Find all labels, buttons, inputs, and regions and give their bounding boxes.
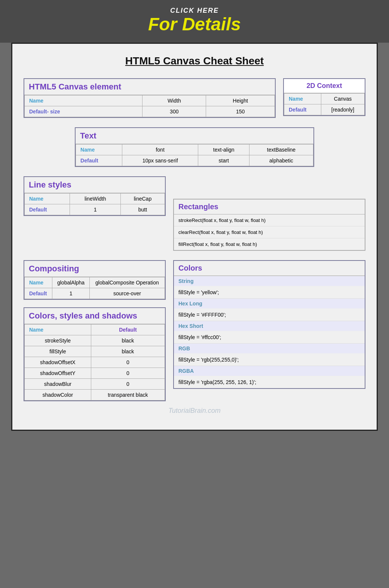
colors-hexlong-label: Hex Long xyxy=(174,298,365,308)
canvas-table: Name Width Height Default- size 300 150 xyxy=(24,95,275,117)
compositing-heading: Compositing xyxy=(24,261,165,277)
colors-rgba-label: RGBA xyxy=(174,366,365,376)
canvas-width-label: Width xyxy=(143,95,206,106)
css-row-4-name: shadowBlur xyxy=(25,378,91,389)
colors-hexshort-label: Hex Short xyxy=(174,321,365,331)
ls-linewidth-value: 1 xyxy=(70,204,120,215)
ctx-canvas-label: Canvas xyxy=(321,93,365,104)
ctx-name-label: Name xyxy=(284,93,321,104)
css-section: Colors, styles and shadows Name Default … xyxy=(24,307,166,401)
css-row-3-default: 0 xyxy=(91,368,165,378)
context-2d-table: Name Canvas Default [readonly] xyxy=(284,93,365,115)
colors-hexlong-code: fillStyle = '#FFFF00'; xyxy=(174,308,365,321)
colors-heading: Colors xyxy=(174,261,365,276)
rect-row-1: strokeRect(float x, float y, float w, fl… xyxy=(174,214,365,226)
canvas-height-value: 150 xyxy=(206,106,275,117)
canvas-default-label: Default- size xyxy=(25,106,143,117)
rect-row-2: clearRect(float x, float y, float w, flo… xyxy=(174,226,365,238)
comp-alpha-value: 1 xyxy=(52,288,89,299)
comp-composite-label: globalComposite Operation xyxy=(89,277,165,288)
colors-panel: Colors String fillStyle = 'yellow'; Hex … xyxy=(173,260,365,389)
text-table-container: Text Name font text-align textBaseline D… xyxy=(75,127,314,167)
css-row-2-default: 0 xyxy=(91,357,165,368)
left-bottom: Compositing Name globalAlpha globalCompo… xyxy=(24,260,166,401)
watermark: TutorialBrain.com xyxy=(24,407,365,415)
page-title: HTML5 Canvas Cheat Sheet xyxy=(24,55,365,67)
css-row-1-name: fillStyle xyxy=(25,346,91,357)
click-text: CLICK HERE xyxy=(4,7,385,15)
ls-linecap-label: lineCap xyxy=(120,193,165,204)
context-2d-section: 2D Context Name Canvas Default [readonly… xyxy=(283,78,365,116)
top-section: HTML5 Canvas element Name Width Height D… xyxy=(24,78,365,118)
css-row-5-name: shadowColor xyxy=(25,389,91,400)
colors-rgba-code: fillStyle = 'rgba(255, 255, 126, 1)'; xyxy=(174,376,365,388)
canvas-name-label: Name xyxy=(25,95,143,106)
ls-linewidth-label: lineWidth xyxy=(70,193,120,204)
text-font-value: 10px sans-serif xyxy=(122,155,198,166)
header-banner[interactable]: CLICK HERE For Details xyxy=(0,0,389,43)
css-row-1-default: black xyxy=(91,346,165,357)
colors-rgb-code: fillStyle = 'rgb(255,255,0)'; xyxy=(174,353,365,366)
canvas-height-label: Height xyxy=(206,95,275,106)
text-align-label: text-align xyxy=(198,144,249,155)
css-row-3-name: shadowOffsetY xyxy=(25,368,91,378)
css-heading: Colors, styles and shadows xyxy=(24,308,165,324)
rect-heading: Rectangles xyxy=(174,199,365,214)
comp-name-label: Name xyxy=(25,277,52,288)
colors-string-code: fillStyle = 'yellow'; xyxy=(174,286,365,298)
line-styles-heading: Line styles xyxy=(24,177,165,193)
text-baseline-label: textBaseline xyxy=(249,144,313,155)
css-col-default: Default xyxy=(91,324,165,335)
css-row-0-name: strokeStyle xyxy=(25,335,91,346)
comp-alpha-label: globalAlpha xyxy=(52,277,89,288)
rect-row-3: fillRect(float x, float y, float w, floa… xyxy=(174,238,365,250)
colors-rgb-label: RGB xyxy=(174,343,365,353)
css-row-2-name: shadowOffsetX xyxy=(25,357,91,368)
text-default-label: Default xyxy=(76,155,122,166)
ctx-default-label: Default xyxy=(284,104,321,115)
line-styles-table: Name lineWidth lineCap Default 1 butt xyxy=(24,193,165,215)
line-styles-section: Line styles Name lineWidth lineCap Defau… xyxy=(24,176,166,216)
comp-composite-value: source-over xyxy=(89,288,165,299)
ls-default-label: Default xyxy=(25,204,70,215)
context-2d-heading: 2D Context xyxy=(284,79,365,93)
text-table: Name font text-align textBaseline Defaul… xyxy=(76,144,313,166)
mid-section: Line styles Name lineWidth lineCap Defau… xyxy=(24,176,365,251)
ls-name-label: Name xyxy=(25,193,70,204)
css-row-0-default: black xyxy=(91,335,165,346)
ctx-readonly-label: [readonly] xyxy=(321,104,365,115)
colors-string-label: String xyxy=(174,276,365,286)
css-row-5-default: transparent black xyxy=(91,389,165,400)
colors-hexshort-code: fillStyle = '#ffcc00'; xyxy=(174,331,365,343)
ls-linecap-value: butt xyxy=(120,204,165,215)
text-align-value: start xyxy=(198,155,249,166)
compositing-section: Compositing Name globalAlpha globalCompo… xyxy=(24,260,166,300)
main-content: HTML5 Canvas Cheat Sheet HTML5 Canvas el… xyxy=(11,43,378,431)
text-section: Text Name font text-align textBaseline D… xyxy=(24,127,365,167)
canvas-heading: HTML5 Canvas element xyxy=(24,79,275,95)
text-name-label: Name xyxy=(76,144,122,155)
bottom-section: Compositing Name globalAlpha globalCompo… xyxy=(24,260,365,401)
css-row-4-default: 0 xyxy=(91,378,165,389)
details-text: For Details xyxy=(4,15,385,34)
text-font-label: font xyxy=(122,144,198,155)
canvas-width-value: 300 xyxy=(143,106,206,117)
compositing-table: Name globalAlpha globalComposite Operati… xyxy=(24,277,165,299)
comp-default-label: Default xyxy=(25,288,52,299)
text-baseline-value: alphabetic xyxy=(249,155,313,166)
text-heading: Text xyxy=(76,128,313,144)
rectangles-section: Rectangles strokeRect(float x, float y, … xyxy=(173,199,365,251)
css-data-table: Name Default strokeStyle black fillStyle… xyxy=(24,324,165,400)
css-col-name: Name xyxy=(25,324,91,335)
canvas-element-section: HTML5 Canvas element Name Width Height D… xyxy=(24,78,276,118)
